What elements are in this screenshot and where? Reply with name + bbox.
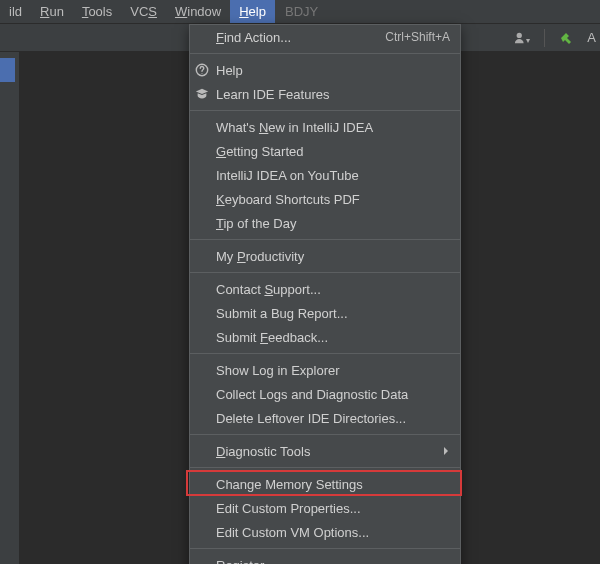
menu-item-label: Edit Custom VM Options... (216, 525, 369, 540)
question-icon (194, 62, 210, 78)
menu-item-label: Submit Feedback... (216, 330, 328, 345)
help-menu-my-productivity[interactable]: My Productivity (190, 244, 460, 268)
left-gutter (0, 52, 20, 564)
menu-item-label: My Productivity (216, 249, 304, 264)
help-menu-edit-custom-properties[interactable]: Edit Custom Properties... (190, 496, 460, 520)
menu-shortcut: Ctrl+Shift+A (385, 30, 450, 44)
help-menu-keyboard-shortcuts-pdf[interactable]: Keyboard Shortcuts PDF (190, 187, 460, 211)
menu-build[interactable]: ild (0, 0, 31, 23)
menu-separator (190, 467, 460, 468)
menu-separator (190, 110, 460, 111)
build-hammer-icon[interactable] (557, 29, 575, 47)
help-menu-diagnostic-tools[interactable]: Diagnostic Tools (190, 439, 460, 463)
menu-item-label: Collect Logs and Diagnostic Data (216, 387, 408, 402)
help-menu-collect-logs-and-diagnostic-data[interactable]: Collect Logs and Diagnostic Data (190, 382, 460, 406)
menu-item-label: Getting Started (216, 144, 303, 159)
toolbar-sep (544, 29, 545, 47)
help-menu-help[interactable]: Help (190, 58, 460, 82)
menu-item-label: Learn IDE Features (216, 87, 329, 102)
menu-separator (190, 548, 460, 549)
menu-separator (190, 53, 460, 54)
help-menu-submit-feedback[interactable]: Submit Feedback... (190, 325, 460, 349)
menu-item-label: Contact Support... (216, 282, 321, 297)
help-menu-edit-custom-vm-options[interactable]: Edit Custom VM Options... (190, 520, 460, 544)
help-menu-show-log-in-explorer[interactable]: Show Log in Explorer (190, 358, 460, 382)
menu-item-label: Submit a Bug Report... (216, 306, 348, 321)
menu-item-label: What's New in IntelliJ IDEA (216, 120, 373, 135)
menu-item-label: Delete Leftover IDE Directories... (216, 411, 406, 426)
help-menu-find-action[interactable]: Find Action...Ctrl+Shift+A (190, 25, 460, 49)
menu-item-label: Diagnostic Tools (216, 444, 310, 459)
submenu-arrow-icon (442, 444, 450, 459)
help-menu-what-s-new-in-intellij-idea[interactable]: What's New in IntelliJ IDEA (190, 115, 460, 139)
menu-item-label: Edit Custom Properties... (216, 501, 361, 516)
menu-vcs[interactable]: VCS (121, 0, 166, 23)
menu-separator (190, 239, 460, 240)
menu-item-label: Show Log in Explorer (216, 363, 340, 378)
help-menu-intellij-idea-on-youtube[interactable]: IntelliJ IDEA on YouTube (190, 163, 460, 187)
menu-window[interactable]: Window (166, 0, 230, 23)
menu-separator (190, 272, 460, 273)
help-menu-submit-a-bug-report[interactable]: Submit a Bug Report... (190, 301, 460, 325)
menu-item-label: Help (216, 63, 243, 78)
menu-run[interactable]: Run (31, 0, 73, 23)
project-toolwindow-tab[interactable] (0, 58, 15, 82)
help-menu-contact-support[interactable]: Contact Support... (190, 277, 460, 301)
help-menu-learn-ide-features[interactable]: Learn IDE Features (190, 82, 460, 106)
help-menu-delete-leftover-ide-directories[interactable]: Delete Leftover IDE Directories... (190, 406, 460, 430)
menu-item-label: Keyboard Shortcuts PDF (216, 192, 360, 207)
menu-separator (190, 434, 460, 435)
svg-point-2 (201, 73, 202, 74)
menu-item-label: IntelliJ IDEA on YouTube (216, 168, 359, 183)
menubar: ild Run Tools VCS Window Help BDJY (0, 0, 600, 24)
grad-icon (194, 86, 210, 102)
menu-item-label: Register... (216, 558, 275, 565)
menu-help[interactable]: Help (230, 0, 275, 23)
menu-item-label: Find Action... (216, 30, 291, 45)
menu-tools[interactable]: Tools (73, 0, 121, 23)
menu-separator (190, 353, 460, 354)
run-target-label[interactable]: A (587, 30, 596, 45)
help-menu-getting-started[interactable]: Getting Started (190, 139, 460, 163)
menu-item-label: Change Memory Settings (216, 477, 363, 492)
help-menu-change-memory-settings[interactable]: Change Memory Settings (190, 472, 460, 496)
help-dropdown: Find Action...Ctrl+Shift+AHelpLearn IDE … (189, 24, 461, 564)
project-name: BDJY (275, 0, 328, 23)
user-switch-icon[interactable]: ▾ (514, 29, 532, 47)
help-menu-register[interactable]: Register... (190, 553, 460, 564)
help-menu-tip-of-the-day[interactable]: Tip of the Day (190, 211, 460, 235)
svg-point-0 (517, 32, 522, 37)
menu-item-label: Tip of the Day (216, 216, 296, 231)
